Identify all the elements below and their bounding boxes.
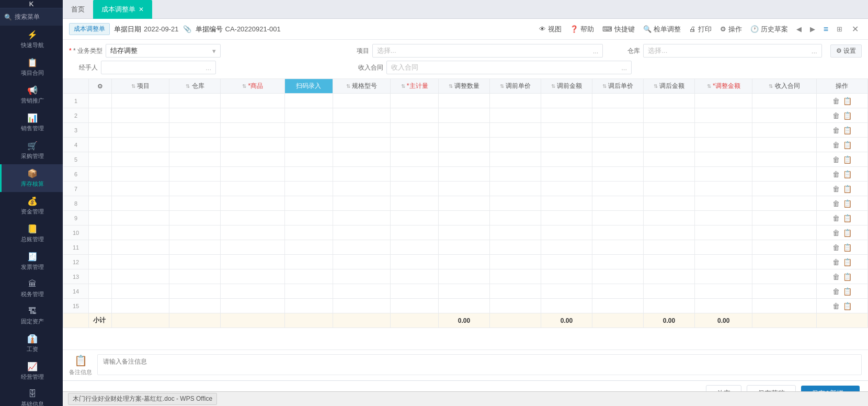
cell-adj_qty[interactable] <box>438 123 489 138</box>
delete-btn[interactable]: 🗑 <box>831 301 841 311</box>
cell-adj_qty[interactable] <box>438 240 489 255</box>
cell-settings[interactable] <box>89 240 112 255</box>
cell-project[interactable] <box>112 240 169 255</box>
cell-post_amount[interactable] <box>644 284 695 299</box>
cell-product[interactable] <box>221 299 285 313</box>
cell-pre_amount[interactable] <box>541 225 592 240</box>
copy-btn[interactable]: 📋 <box>841 155 853 164</box>
cell-adj_qty[interactable] <box>438 138 489 152</box>
cell-settings[interactable] <box>89 182 112 196</box>
copy-btn[interactable]: 📋 <box>841 243 853 252</box>
cell-project[interactable] <box>112 182 169 196</box>
cell-pre_price[interactable] <box>489 108 541 123</box>
cell-adj_amount[interactable] <box>695 269 752 284</box>
cell-adj_qty[interactable] <box>438 269 489 284</box>
cell-warehouse[interactable] <box>169 196 221 211</box>
cell-project[interactable] <box>112 196 169 211</box>
cell-warehouse[interactable] <box>169 94 221 108</box>
cell-pre_amount[interactable] <box>541 284 592 299</box>
cell-income_contract[interactable] <box>752 108 817 123</box>
cell-warehouse[interactable] <box>169 269 221 284</box>
cell-pre_amount[interactable] <box>541 196 592 211</box>
delete-btn[interactable]: 🗑 <box>831 287 841 296</box>
cell-pre_price[interactable] <box>489 299 541 313</box>
cell-project[interactable] <box>112 299 169 313</box>
sidebar-item-fixed-assets[interactable]: 🏗固定资产 <box>0 302 63 330</box>
handler-input[interactable]: ... <box>101 61 216 74</box>
delete-btn[interactable]: 🗑 <box>831 126 841 135</box>
cell-unit[interactable] <box>391 182 439 196</box>
toolbar-action-history[interactable]: 🕐历史草案 <box>748 24 790 35</box>
business-type-input[interactable]: 结存调整 ▾ <box>106 44 221 58</box>
delete-btn[interactable]: 🗑 <box>831 140 841 150</box>
cell-adj_amount[interactable] <box>695 255 752 269</box>
cell-adj_qty[interactable] <box>438 108 489 123</box>
cell-scan[interactable] <box>284 284 333 299</box>
sidebar-item-sales-promo[interactable]: 📢营销推广 <box>0 81 63 109</box>
cell-unit[interactable] <box>391 196 439 211</box>
sidebar-item-purchase-mgmt[interactable]: 🛒采购管理 <box>0 137 63 164</box>
cell-income_contract[interactable] <box>752 123 817 138</box>
cell-pre_price[interactable] <box>489 225 541 240</box>
cell-post_price[interactable] <box>592 299 644 313</box>
cell-spec[interactable] <box>333 299 390 313</box>
cell-project[interactable] <box>112 152 169 167</box>
cell-unit[interactable] <box>391 152 439 167</box>
cell-adj_amount[interactable] <box>695 182 752 196</box>
cell-pre_amount[interactable] <box>541 94 592 108</box>
cell-post_price[interactable] <box>592 108 644 123</box>
cell-post_amount[interactable] <box>644 138 695 152</box>
cell-pre_amount[interactable] <box>541 108 592 123</box>
cell-pre_amount[interactable] <box>541 138 592 152</box>
cell-pre_price[interactable] <box>489 269 541 284</box>
toolbar-action-view[interactable]: 👁视图 <box>537 24 564 35</box>
cell-pre_price[interactable] <box>489 152 541 167</box>
toolbar-action-print[interactable]: 🖨打印 <box>687 24 714 35</box>
cell-product[interactable] <box>221 123 285 138</box>
cell-scan[interactable] <box>284 211 333 225</box>
tab-close-cost-adjust[interactable]: ✕ <box>139 6 144 13</box>
cell-post_amount[interactable] <box>644 255 695 269</box>
sidebar-item-fund-mgmt[interactable]: 💰资金管理 <box>0 192 63 220</box>
sidebar-item-sales-mgmt[interactable]: 📊销售管理 <box>0 109 63 137</box>
copy-btn[interactable]: 📋 <box>841 199 853 208</box>
cell-scan[interactable] <box>284 225 333 240</box>
cell-scan[interactable] <box>284 240 333 255</box>
cell-spec[interactable] <box>333 240 390 255</box>
copy-btn[interactable]: 📋 <box>841 301 853 311</box>
cell-pre_price[interactable] <box>489 211 541 225</box>
cell-warehouse[interactable] <box>169 138 221 152</box>
cell-adj_qty[interactable] <box>438 225 489 240</box>
cell-income_contract[interactable] <box>752 255 817 269</box>
cell-unit[interactable] <box>391 138 439 152</box>
cell-scan[interactable] <box>284 138 333 152</box>
cell-unit[interactable] <box>391 240 439 255</box>
cell-product[interactable] <box>221 167 285 182</box>
cell-adj_qty[interactable] <box>438 299 489 313</box>
cell-adj_amount[interactable] <box>695 240 752 255</box>
nav-prev-btn[interactable]: ◀ <box>794 24 804 34</box>
cell-adj_amount[interactable] <box>695 152 752 167</box>
cell-adj_amount[interactable] <box>695 211 752 225</box>
cell-post_price[interactable] <box>592 138 644 152</box>
cell-project[interactable] <box>112 269 169 284</box>
cell-settings[interactable] <box>89 152 112 167</box>
cell-settings[interactable] <box>89 225 112 240</box>
cell-spec[interactable] <box>333 182 390 196</box>
copy-btn[interactable]: 📋 <box>841 184 853 194</box>
sidebar-search[interactable]: 🔍 搜索菜单 <box>0 8 63 26</box>
cell-scan[interactable] <box>284 299 333 313</box>
cell-warehouse[interactable] <box>169 225 221 240</box>
col-header-scan[interactable]: 扫码录入 <box>284 79 333 94</box>
sidebar-item-payroll[interactable]: 👔工资 <box>0 330 63 357</box>
cell-warehouse[interactable] <box>169 182 221 196</box>
cell-unit[interactable] <box>391 269 439 284</box>
view-list-btn[interactable]: ≡ <box>821 24 830 35</box>
cell-spec[interactable] <box>333 225 390 240</box>
cell-spec[interactable] <box>333 94 390 108</box>
cell-post_amount[interactable] <box>644 108 695 123</box>
cell-warehouse[interactable] <box>169 284 221 299</box>
cell-income_contract[interactable] <box>752 167 817 182</box>
cell-product[interactable] <box>221 240 285 255</box>
cell-post_price[interactable] <box>592 284 644 299</box>
